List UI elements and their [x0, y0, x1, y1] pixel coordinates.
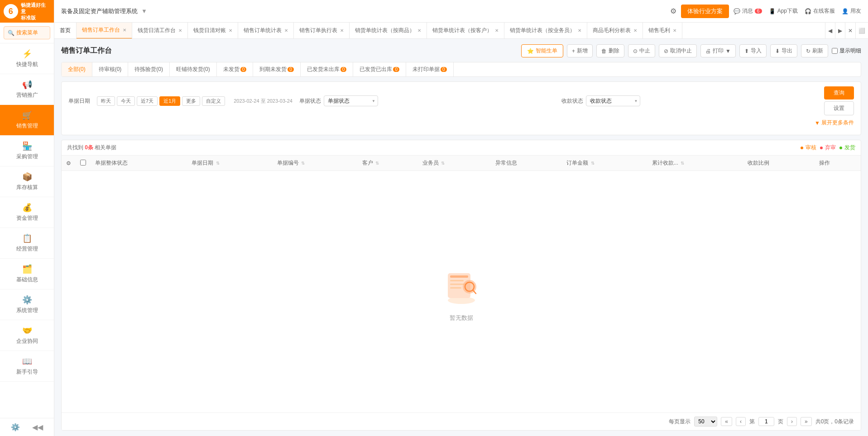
date-btn-1month[interactable]: 近1月 — [159, 96, 180, 106]
filter-tab-not-printed[interactable]: 未打印单据0 — [406, 62, 454, 76]
salesman-sort-icon[interactable]: ⇅ — [441, 161, 445, 166]
filter-tab-not-shipped[interactable]: 未发货0 — [217, 62, 254, 76]
status-select[interactable]: 单据状态 — [324, 95, 378, 106]
tab-sales-salesman[interactable]: 销货单统计表（按业务员） ✕ — [504, 23, 587, 39]
date-btn-more[interactable]: 更多 — [182, 96, 200, 106]
payment-select[interactable]: 收款状态 — [586, 95, 640, 106]
collapse-btn[interactable]: ◀◀ — [32, 423, 43, 431]
refresh-button[interactable]: ↻ 刷新 — [801, 44, 828, 57]
tab-sales-customer[interactable]: 销货单统计表（按客户） ✕ — [427, 23, 504, 39]
sidebar-item-enterprise[interactable]: 🤝 企业协同 — [0, 320, 54, 351]
tab-close-icon[interactable]: ✕ — [578, 28, 581, 33]
tab-close-icon[interactable]: ✕ — [284, 28, 288, 33]
filter-tab-shipped-not-out[interactable]: 已发货未出库0 — [301, 62, 354, 76]
sidebar-item-sales[interactable]: 🛒 销售管理 — [0, 105, 54, 136]
tabs-maximize[interactable]: ⬜ — [855, 23, 868, 39]
tab-cash-reconcile[interactable]: 钱货日清对账 ✕ — [188, 23, 238, 39]
col-customer[interactable]: 客户 ⇅ — [358, 156, 418, 171]
message-action[interactable]: 💬 消息 6 — [734, 7, 762, 15]
tab-close-icon[interactable]: ✕ — [178, 28, 182, 33]
last-page-button[interactable]: » — [801, 417, 812, 426]
title-dropdown-icon[interactable]: ▼ — [141, 8, 147, 14]
online-service-action[interactable]: 🎧 在线客服 — [805, 7, 835, 15]
date-btn-today[interactable]: 今天 — [117, 96, 135, 106]
sidebar-item-quick-nav[interactable]: ⚡ 快捷导航 — [0, 43, 54, 74]
send-button[interactable]: 发货 — [839, 144, 855, 152]
export-button[interactable]: ⬇ 导出 — [770, 44, 797, 57]
search-menu-button[interactable]: 🔍 搜索菜单 — [4, 26, 50, 39]
prev-page-button[interactable]: ‹ — [736, 417, 746, 426]
tab-cash-daily[interactable]: 钱货日清工作台 ✕ — [132, 23, 188, 39]
page-size-select[interactable]: 50 10 20 100 — [694, 417, 717, 427]
date-btn-7days[interactable]: 近7天 — [137, 96, 158, 106]
sidebar-item-inventory[interactable]: 📦 库存核算 — [0, 166, 54, 197]
tabs-close-current[interactable]: ✕ — [845, 23, 855, 39]
audit-button[interactable]: 审核 — [801, 144, 816, 152]
filter-tab-all[interactable]: 全部(0) — [62, 62, 92, 76]
filter-tab-wangpu[interactable]: 旺铺待发货(0) — [170, 62, 217, 76]
tabs-scroll-right[interactable]: ▶ — [835, 23, 845, 39]
tab-close-icon[interactable]: ✕ — [417, 28, 421, 33]
display-detail-label[interactable]: 显示明细 — [832, 47, 861, 55]
tab-profit[interactable]: 商品毛利分析表 ✕ — [587, 23, 643, 39]
add-button[interactable]: + 新增 — [567, 44, 593, 57]
next-page-button[interactable]: › — [787, 417, 797, 426]
tab-home[interactable]: 首页 — [54, 23, 77, 39]
app-download-action[interactable]: 📱 App下载 — [769, 7, 798, 15]
reject-button[interactable]: 弃审 — [820, 144, 836, 152]
sidebar-item-finance[interactable]: 💰 资金管理 — [0, 197, 54, 228]
amount-sort-icon[interactable]: ⇅ — [591, 161, 595, 166]
query-button[interactable]: 查询 — [824, 86, 854, 100]
print-button[interactable]: 🖨 打印 ▼ — [700, 44, 736, 57]
sidebar-item-marketing[interactable]: 📢 营销推广 — [0, 74, 54, 105]
filter-tab-shipped-out[interactable]: 已发货已出库0 — [353, 62, 406, 76]
tab-sales-stats[interactable]: 销售订单统计表 ✕ — [238, 23, 294, 39]
col-settings[interactable]: ⚙ — [62, 156, 76, 171]
tab-close-icon[interactable]: ✕ — [495, 28, 499, 33]
tab-sales-product[interactable]: 销货单统计表（按商品） ✕ — [350, 23, 427, 39]
tab-sales-profit[interactable]: 销售毛利 ✕ — [643, 23, 682, 39]
tab-close-icon[interactable]: ✕ — [633, 28, 637, 33]
received-sort-icon[interactable]: ⇅ — [681, 161, 684, 166]
col-date[interactable]: 单据日期 ⇅ — [187, 156, 272, 171]
delete-button[interactable]: 🗑 删除 — [596, 44, 624, 57]
import-button[interactable]: ⬆ 导入 — [739, 44, 767, 57]
tab-close-icon[interactable]: ✕ — [673, 28, 676, 33]
col-received[interactable]: 累计收款... ⇅ — [647, 156, 743, 171]
cancel-stop-button[interactable]: ⊘ 取消中止 — [659, 44, 697, 57]
tab-close-icon[interactable]: ✕ — [229, 28, 232, 33]
customer-sort-icon[interactable]: ⇅ — [375, 161, 379, 166]
sidebar-item-operations[interactable]: 📋 经营管理 — [0, 228, 54, 259]
expand-conditions-button[interactable]: ▼ 展开更多条件 — [815, 119, 854, 127]
select-all-checkbox[interactable] — [80, 160, 86, 166]
filter-tab-pending-check[interactable]: 待拣验货(0) — [128, 62, 170, 76]
sidebar-item-guide[interactable]: 📖 新手引导 — [0, 351, 54, 382]
tab-sales-exec[interactable]: 销售订单执行表 ✕ — [294, 23, 350, 39]
date-btn-yesterday[interactable]: 昨天 — [97, 96, 115, 106]
first-page-button[interactable]: « — [721, 417, 732, 426]
col-amount[interactable]: 订单金额 ⇅ — [562, 156, 647, 171]
col-number[interactable]: 单据编号 ⇅ — [273, 156, 358, 171]
sidebar-item-system[interactable]: ⚙️ 系统管理 — [0, 289, 54, 320]
col-checkbox[interactable] — [76, 156, 91, 171]
tab-close-icon[interactable]: ✕ — [340, 28, 344, 33]
setting-button[interactable]: 设置 — [824, 101, 854, 115]
industry-solution-button[interactable]: 体验行业方案 — [681, 5, 729, 18]
settings-bottom-btn[interactable]: ⚙️ — [11, 423, 20, 431]
sidebar-item-purchase[interactable]: 🏪 采购管理 — [0, 136, 54, 166]
page-number-input[interactable] — [758, 417, 774, 426]
number-sort-icon[interactable]: ⇅ — [301, 161, 305, 166]
sidebar-item-basic[interactable]: 🗂️ 基础信息 — [0, 259, 54, 289]
tab-close-icon[interactable]: ✕ — [123, 28, 126, 33]
smart-generate-button[interactable]: ⭐ 智能生单 — [521, 44, 563, 57]
stop-button[interactable]: ⊙ 中止 — [628, 44, 655, 57]
filter-tab-overdue[interactable]: 到期未发货0 — [253, 62, 301, 76]
display-detail-checkbox[interactable] — [832, 48, 838, 54]
tabs-scroll-left[interactable]: ◀ — [825, 23, 835, 39]
user-action[interactable]: 👤 用友 — [842, 7, 861, 15]
tab-sales-order[interactable]: 销售订单工作台 ✕ — [77, 23, 132, 39]
date-sort-icon[interactable]: ⇅ — [216, 161, 220, 166]
date-btn-custom[interactable]: 自定义 — [202, 96, 225, 106]
topbar-settings-icon[interactable]: ⚙ — [670, 7, 676, 15]
col-salesman[interactable]: 业务员 ⇅ — [418, 156, 491, 171]
